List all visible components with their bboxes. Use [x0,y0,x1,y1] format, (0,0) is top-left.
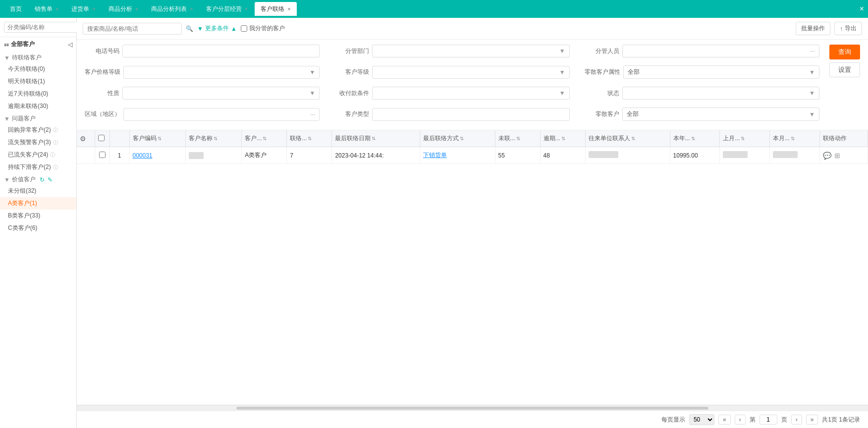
sort-type-icon[interactable]: ⇅ [263,136,267,141]
sidebar-item-7days[interactable]: 近7天待联络(0) [0,88,76,100]
next-page-btn[interactable]: › [791,415,802,425]
export-btn[interactable]: ↑ 导出 [834,22,862,35]
tab-goods-analysis[interactable]: 商品分析 × [103,2,144,16]
sidebar-item-class-a[interactable]: A类客户(1) [0,197,76,210]
customer-code-link[interactable]: 000031 [133,152,153,159]
manager-input[interactable]: ··· [622,45,819,57]
close-tab-customer-tier[interactable]: × [245,6,248,12]
sidebar-group-value-arrow: ▼ [4,176,10,183]
my-customers-check[interactable] [241,25,247,32]
close-tab-customer-contact[interactable]: × [287,6,290,12]
my-customers-checkbox[interactable]: 我分管的客户 [241,24,285,33]
field-retail-attr: 零散客户属性 全部 ▼ [585,65,819,79]
close-tab-sales[interactable]: × [55,6,58,12]
close-tab-goods-analysis-list[interactable]: × [190,6,193,12]
sidebar-collapse-icon[interactable]: ◁ [68,41,72,48]
sort-unit-contact-icon[interactable]: ⇅ [631,136,635,141]
sort-this-year-icon[interactable]: ⇅ [691,136,695,141]
info-icon-declining: ⓘ [53,164,58,171]
field-status: 状态 ▼ [585,87,819,100]
field-customer-level: 客户等级 ▼ [334,66,569,79]
manager-more[interactable]: ··· [810,48,815,54]
payment-select[interactable]: ▼ [372,87,569,100]
sidebar-group-value[interactable]: ▼ 价值客户 ↻ ✎ [0,173,76,185]
sort-contact-icon[interactable]: ⇅ [308,136,312,141]
action-qr-icon[interactable]: ⊞ [834,152,840,160]
sidebar-item-churned[interactable]: 已流失客户(24) ⓘ [0,149,76,161]
filter-icon: ▼ [197,25,203,32]
sidebar-all-customers[interactable]: ⚏ 全部客户 ◁ [0,37,76,52]
gear-settings-icon[interactable]: ⚙ [80,135,86,143]
tab-sales[interactable]: 销售单 × [29,2,64,16]
th-last-date: 最后联络日期 ⇅ [332,130,420,147]
sort-overdue-icon[interactable]: ⇅ [561,136,565,141]
region-more[interactable]: ··· [310,111,315,118]
sidebar-item-unclassified[interactable]: 未分组(32) [0,185,76,197]
scrollbar-thumb[interactable] [236,407,708,410]
th-no-contact: 未联... ⇅ [495,130,540,147]
dept-select[interactable]: ▼ [372,45,569,57]
region-input[interactable]: ··· [123,108,320,121]
table-scroll[interactable]: ⚙ 客户编码 ⇅ [77,130,868,405]
sidebar-group-pending[interactable]: ▼ 待联络客户 [0,52,76,63]
sort-last-date-icon[interactable]: ⇅ [372,136,376,141]
first-page-btn[interactable]: « [718,415,731,425]
filter-search-input[interactable] [83,23,182,35]
tab-customer-tier[interactable]: 客户分层经营 × [200,2,254,16]
row-checkbox[interactable] [99,152,106,158]
sidebar-edit-icon[interactable]: ✎ [48,176,53,183]
sidebar-item-repurchase-abnormal[interactable]: 回购异常客户(2) ⓘ [0,124,76,136]
export-icon: ↑ [840,25,843,32]
price-level-select[interactable]: ▼ [123,66,320,79]
field-phone: 电话号码 [85,45,320,57]
sidebar-item-overdue[interactable]: 逾期未联络(30) [0,100,76,112]
tab-customer-contact[interactable]: 客户联络 × [255,2,296,16]
last-method-link[interactable]: 下销货单 [423,152,447,159]
close-tab-purchase[interactable]: × [92,6,95,12]
main-layout: 🔍 ⚏ 全部客户 ◁ ▼ 待联络客户 今天待联络(0) 明天待联络(1) 近7天… [0,18,868,428]
retail-attr-select[interactable]: 全部 ▼ [623,65,819,79]
sort-name-icon[interactable]: ⇅ [214,136,217,141]
scrollbar-area [77,405,868,411]
close-tab-goods-analysis[interactable]: × [135,6,138,12]
customer-type-input[interactable] [372,108,569,121]
filter-arrow: ▲ [231,25,237,32]
customer-level-select[interactable]: ▼ [372,66,569,79]
phone-input[interactable] [122,45,320,57]
sort-this-month-icon[interactable]: ⇅ [791,136,795,141]
prev-page-btn[interactable]: ‹ [735,415,746,425]
more-filters-btn[interactable]: ▼ 更多条件 ▲ [197,24,237,33]
sort-code-icon[interactable]: ⇅ [158,136,162,141]
sidebar-item-class-c[interactable]: C类客户(6) [0,222,76,234]
sidebar-group-problem[interactable]: ▼ 问题客户 [0,112,76,124]
tab-goods-analysis-list[interactable]: 商品分析列表 × [145,2,199,16]
th-action: 联络动作 [819,130,868,147]
field-price-level: 客户价格等级 ▼ [85,66,320,79]
setting-btn[interactable]: 设置 [829,62,860,77]
filter-search-icon[interactable]: 🔍 [186,25,193,32]
sidebar-item-declining[interactable]: 持续下滑客户(2) ⓘ [0,161,76,173]
nature-select[interactable]: ▼ [122,87,320,100]
page-input[interactable] [760,415,777,425]
action-chat-icon[interactable]: 💬 [823,152,831,160]
close-window[interactable]: × [860,4,864,13]
last-page-btn[interactable]: » [806,415,818,425]
query-btn[interactable]: 查询 [829,45,860,59]
sort-last-method-icon[interactable]: ⇅ [460,136,464,141]
sidebar-search-input[interactable] [4,22,85,33]
sort-no-contact-icon[interactable]: ⇅ [516,136,520,141]
select-all-checkbox[interactable] [98,135,105,141]
sidebar-item-churn-warning[interactable]: 流失预警客户(3) ⓘ [0,136,76,149]
sidebar-item-class-b[interactable]: B类客户(33) [0,210,76,222]
batch-ops-btn[interactable]: 批量操作 [796,22,830,35]
sidebar-item-tomorrow[interactable]: 明天待联络(1) [0,75,76,88]
retail-customer-select[interactable]: 全部 ▼ [622,107,819,121]
sort-last-month-icon[interactable]: ⇅ [741,136,745,141]
sidebar-refresh-icon[interactable]: ↻ [40,176,45,183]
sidebar-item-today[interactable]: 今天待联络(0) [0,63,76,75]
tab-purchase[interactable]: 进货单 × [65,2,101,16]
page-size-select[interactable]: 20 50 100 200 [689,414,714,425]
field-region: 区域（地区） ··· [85,108,320,121]
tab-home[interactable]: 首页 [4,2,28,16]
status-select[interactable]: ▼ [622,87,819,100]
